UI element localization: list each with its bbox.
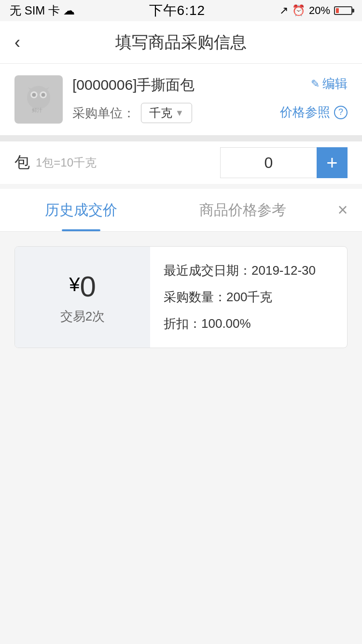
tab-history-price-label: 历史成交价 <box>45 200 117 220</box>
battery-icon <box>334 6 352 15</box>
svg-point-4 <box>42 93 45 97</box>
unit-conversion-hint: 1包=10千克 <box>36 155 97 170</box>
tab-product-price-ref-label: 商品价格参考 <box>199 200 286 220</box>
page-title: 填写商品采购信息 <box>115 31 247 54</box>
quantity-row: 包 1包=10千克 + <box>0 141 362 184</box>
discount-row: 折扣：100.00% <box>164 314 334 333</box>
currency-symbol: ¥ <box>69 274 80 295</box>
purchase-qty-row: 采购数量：200千克 <box>164 288 334 307</box>
tab-active-underline <box>62 229 100 231</box>
purchase-unit-label: 采购单位： <box>72 105 135 122</box>
section-divider <box>0 136 362 141</box>
unit-select[interactable]: 千克 ▼ <box>141 103 192 123</box>
sim-wifi-label: 无 SIM 卡 ☁ <box>10 3 75 18</box>
close-icon: × <box>337 200 348 220</box>
product-top: 鲜汁 [0000006]手撕面包 采购单位： 千克 ▼ ✎ <box>14 75 348 124</box>
quantity-label: 包 1包=10千克 <box>14 152 97 173</box>
header: ‹ 填写商品采购信息 <box>0 21 362 64</box>
price-details: 最近成交日期：2019-12-30 采购数量：200千克 折扣：100.00% <box>150 247 347 348</box>
svg-point-5 <box>32 98 46 108</box>
price-ref-label: 价格参照 <box>280 104 330 121</box>
unit-badge: 包 <box>14 152 30 173</box>
battery-percent: 20% <box>309 4 330 17</box>
product-unit-row: 采购单位： 千克 ▼ <box>72 103 195 123</box>
quantity-control: + <box>220 147 348 178</box>
product-name-text: 手撕面包 <box>137 77 195 93</box>
trade-count: 交易2次 <box>60 308 105 325</box>
alarm-icon: ⏰ <box>292 4 305 17</box>
battery-body <box>334 6 352 15</box>
product-image: 鲜汁 <box>14 75 63 124</box>
price-amount: 0 <box>80 270 96 303</box>
quantity-input[interactable] <box>220 147 317 178</box>
edit-button[interactable]: ✎ 编辑 <box>311 75 348 92</box>
page-spacer <box>0 363 362 644</box>
discount-label: 折扣： <box>164 316 201 331</box>
history-content: ¥0 交易2次 最近成交日期：2019-12-30 采购数量：200千克 折扣：… <box>0 232 362 363</box>
product-full-name: [0000006]手撕面包 <box>72 75 195 95</box>
price-card: ¥0 交易2次 最近成交日期：2019-12-30 采购数量：200千克 折扣：… <box>14 246 348 348</box>
edit-icon: ✎ <box>311 78 320 90</box>
status-right: ↗ ⏰ 20% <box>279 4 352 17</box>
unit-value: 千克 <box>149 105 172 121</box>
price-summary: ¥0 交易2次 <box>15 247 150 348</box>
quantity-plus-button[interactable]: + <box>317 147 348 178</box>
product-info: [0000006]手撕面包 采购单位： 千克 ▼ <box>72 75 195 123</box>
product-thumbnail: 鲜汁 <box>19 80 58 119</box>
unit-dropdown-arrow: ▼ <box>175 108 184 118</box>
product-card: 鲜汁 [0000006]手撕面包 采购单位： 千克 ▼ ✎ <box>0 64 362 136</box>
recent-date-row: 最近成交日期：2019-12-30 <box>164 261 334 280</box>
back-button[interactable]: ‹ <box>10 28 25 57</box>
price-display: ¥0 <box>69 270 96 303</box>
svg-text:鲜汁: 鲜汁 <box>32 107 42 113</box>
tab-product-price-ref[interactable]: 商品价格参考 <box>162 189 323 231</box>
recent-date-value: 2019-12-30 <box>251 263 316 278</box>
status-bar: 无 SIM 卡 ☁ 下午6:12 ↗ ⏰ 20% <box>0 0 362 21</box>
tab-history-price[interactable]: 历史成交价 <box>0 189 162 231</box>
tabs-container: 历史成交价 商品价格参考 × <box>0 189 362 232</box>
discount-value: 100.00% <box>201 316 251 331</box>
price-reference-button[interactable]: 价格参照 ? <box>280 104 348 121</box>
edit-label: 编辑 <box>322 75 348 92</box>
purchase-qty-value: 200千克 <box>226 290 272 304</box>
recent-date-label: 最近成交日期： <box>164 263 251 278</box>
product-right: ✎ 编辑 价格参照 ? <box>280 75 348 121</box>
svg-point-3 <box>32 93 36 97</box>
tab-close-button[interactable]: × <box>323 189 362 231</box>
price-ref-help-icon: ? <box>334 106 348 119</box>
product-id: [0000006] <box>72 77 137 93</box>
battery-fill <box>336 8 339 13</box>
status-left: 无 SIM 卡 ☁ <box>10 3 75 18</box>
status-time: 下午6:12 <box>149 1 206 20</box>
product-left: 鲜汁 [0000006]手撕面包 采购单位： 千克 ▼ <box>14 75 195 124</box>
location-icon: ↗ <box>279 4 288 17</box>
purchase-qty-label: 采购数量： <box>164 290 226 304</box>
